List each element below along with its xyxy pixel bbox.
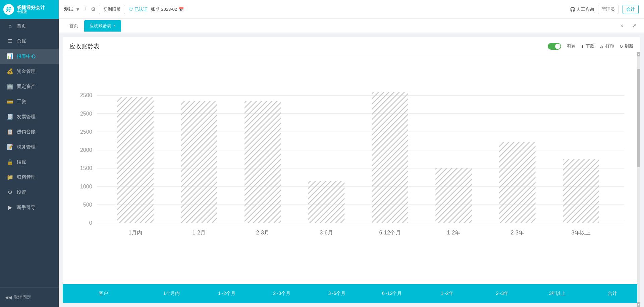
consult-btn[interactable]: 🎧 人工咨询	[570, 6, 594, 12]
home-icon: ⌂	[7, 23, 13, 29]
tab-close-icon[interactable]: ×	[113, 24, 116, 28]
tabs-bar: 首页 应收账龄表 × × ⤢	[59, 19, 644, 33]
add-icon[interactable]: +	[84, 6, 88, 13]
download-label: 下载	[586, 43, 594, 49]
sidebar-item-tax[interactable]: 📝 税务管理	[0, 139, 59, 155]
bar-1month	[117, 97, 153, 223]
sidebar-label-payroll: 工资	[17, 99, 26, 105]
refresh-icon: ↻	[620, 44, 623, 49]
tax-icon: 📝	[7, 144, 13, 150]
certified-label: 已认证	[135, 6, 148, 12]
sidebar-nav: ⌂ 首页 ☰ 总账 📊 报表中心 💰 资金管理 🏢 固定资产 💳 工资 🧾 发票…	[0, 19, 59, 287]
sidebar-label-archive: 归档管理	[17, 174, 36, 180]
svg-text:500: 500	[83, 202, 92, 208]
report-panel: 应收账龄表 图表 ⬇ 下载 🖨 打印	[63, 37, 640, 303]
bar-1-2month	[181, 101, 217, 223]
scroll-down-btn[interactable]: ▼	[637, 302, 640, 307]
table-header-col-6: 1~2年	[420, 287, 475, 300]
window-close-btn[interactable]: ×	[617, 21, 627, 31]
cancel-fix-btn[interactable]: ◀◀ 取消固定	[0, 291, 59, 304]
window-expand-btn[interactable]: ⤢	[629, 21, 639, 31]
tabs-right: × ⤢	[617, 21, 639, 31]
table-header-col-0: 客户	[63, 287, 144, 300]
table-header-col-7: 2~3年	[475, 287, 530, 300]
svg-text:2500: 2500	[80, 92, 92, 98]
report-header: 应收账龄表 图表 ⬇ 下载 🖨 打印	[63, 37, 640, 56]
table-header-col-2: 1~2个月	[199, 287, 254, 300]
table-header-col-5: 6~12个月	[365, 287, 420, 300]
app-logo: 好 畅捷通好会计 专业版	[0, 0, 59, 19]
svg-text:2500: 2500	[80, 111, 92, 117]
svg-text:1-2年: 1-2年	[447, 229, 461, 235]
sidebar-label-close: 结账	[17, 159, 26, 165]
svg-text:1000: 1000	[80, 183, 92, 189]
scroll-rail: ▲ ▼	[637, 52, 640, 307]
accountant-btn[interactable]: 会计	[623, 5, 639, 14]
bar-chart: 2500 2500 2500 2000 1500 1000 500 0	[69, 61, 633, 284]
sidebar-item-ledger[interactable]: ☰ 总账	[0, 34, 59, 49]
payroll-icon: 💳	[7, 98, 13, 105]
sidebar-item-newbie[interactable]: ▶ 新手引导	[0, 200, 59, 215]
switch-old-btn[interactable]: 切到旧版	[99, 5, 125, 14]
sidebar-item-payroll[interactable]: 💳 工资	[0, 94, 59, 109]
svg-text:3年以上: 3年以上	[572, 229, 591, 235]
svg-text:1月内: 1月内	[128, 229, 142, 235]
settings-icon: ⚙	[7, 189, 13, 195]
download-icon: ⬇	[581, 44, 584, 49]
period-display: 账期 2023-02 📅	[151, 6, 184, 12]
tab-home[interactable]: 首页	[64, 20, 84, 32]
settings-icon[interactable]: ⚙	[91, 6, 96, 12]
svg-text:2000: 2000	[80, 147, 92, 153]
sidebar-bottom: ◀◀ 取消固定	[0, 287, 59, 307]
scroll-track[interactable]	[637, 56, 640, 302]
headset-icon: 🎧	[570, 7, 575, 12]
chart-toggle[interactable]	[548, 43, 561, 50]
sidebar-item-fund[interactable]: 💰 资金管理	[0, 64, 59, 79]
invoice-icon: 🧾	[7, 114, 13, 120]
manager-btn[interactable]: 管理员	[598, 5, 619, 14]
tab-receivable-aging[interactable]: 应收账龄表 ×	[84, 20, 121, 32]
ledger-icon: ☰	[7, 38, 13, 44]
dropdown-icon[interactable]: ▼	[75, 7, 80, 12]
pin-icon: ◀◀	[5, 295, 12, 300]
bar-3yearplus	[563, 159, 599, 223]
sidebar-item-fixed-asset[interactable]: 🏢 固定资产	[0, 79, 59, 94]
scroll-thumb[interactable]	[637, 69, 640, 167]
sidebar-label-invoice: 发票管理	[17, 114, 36, 120]
archive-icon: 📁	[7, 174, 13, 180]
sidebar-label-fund: 资金管理	[17, 69, 36, 75]
sidebar-item-close[interactable]: 🔒 结账	[0, 155, 59, 170]
table-header-col-8: 3年以上	[530, 287, 585, 300]
main-area: 测试 ▼ + ⚙ 切到旧版 🛡 已认证 账期 2023-02 📅 🎧 人工咨询 …	[59, 0, 644, 307]
svg-text:3-6月: 3-6月	[320, 229, 333, 235]
print-btn[interactable]: 🖨 打印	[600, 43, 614, 49]
logo-icon: 好	[3, 4, 14, 15]
shield-icon: 🛡	[128, 7, 133, 12]
print-label: 打印	[605, 43, 614, 49]
sidebar-item-purchase-sale[interactable]: 📋 进销台账	[0, 124, 59, 139]
sidebar-item-report[interactable]: 📊 报表中心	[0, 49, 59, 64]
fixed-asset-icon: 🏢	[7, 83, 13, 90]
sidebar-label-fixed-asset: 固定资产	[17, 84, 36, 90]
newbie-icon: ▶	[7, 204, 13, 211]
topbar-right: 🎧 人工咨询 管理员 会计	[570, 5, 639, 14]
sidebar-item-archive[interactable]: 📁 归档管理	[0, 170, 59, 185]
fund-icon: 💰	[7, 68, 13, 75]
bar-2-3month	[245, 101, 281, 223]
download-btn[interactable]: ⬇ 下载	[581, 43, 594, 49]
purchase-sale-icon: 📋	[7, 129, 13, 135]
sidebar-label-report: 报表中心	[17, 53, 36, 59]
table-header: 客户1个月内1~2个月2~3个月3~6个月6~12个月1~2年2~3年3年以上合…	[63, 284, 640, 303]
bar-6-12month	[372, 92, 408, 223]
refresh-btn[interactable]: ↻ 刷新	[620, 43, 633, 49]
scroll-up-btn[interactable]: ▲	[637, 52, 640, 56]
sidebar-item-home[interactable]: ⌂ 首页	[0, 19, 59, 34]
sidebar-item-settings[interactable]: ⚙ 设置	[0, 185, 59, 200]
sidebar-label-newbie: 新手引导	[17, 205, 36, 211]
bar-2-3year	[499, 142, 535, 223]
calendar-icon[interactable]: 📅	[178, 7, 184, 12]
table-header-col-9: 合计	[585, 287, 640, 300]
refresh-label: 刷新	[625, 43, 633, 49]
period-value: 2023-02	[161, 7, 177, 12]
sidebar-item-invoice[interactable]: 🧾 发票管理	[0, 109, 59, 124]
